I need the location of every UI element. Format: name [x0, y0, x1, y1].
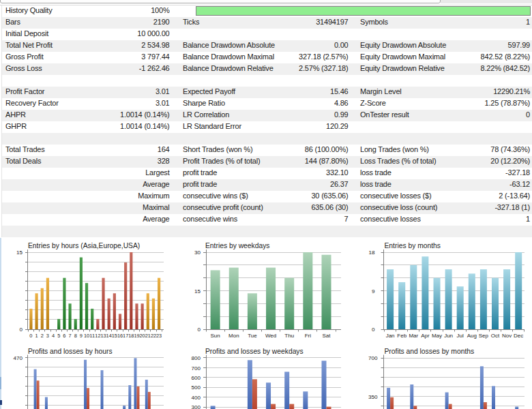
svg-text:Profits and losses by weekdays: Profits and losses by weekdays — [205, 348, 304, 355]
svg-text:Sun: Sun — [210, 333, 220, 339]
svg-text:9: 9 — [80, 333, 83, 339]
svg-text:18: 18 — [368, 249, 375, 256]
svg-text:14: 14 — [106, 333, 112, 339]
svg-text:470: 470 — [13, 355, 23, 361]
svg-text:Apr: Apr — [421, 333, 430, 339]
svg-text:9: 9 — [372, 288, 375, 294]
svg-text:15: 15 — [16, 249, 23, 256]
svg-text:23: 23 — [156, 333, 162, 339]
svg-text:11: 11 — [89, 333, 95, 339]
svg-text:Tue: Tue — [248, 333, 257, 339]
svg-text:350: 350 — [368, 394, 378, 400]
svg-text:Fri: Fri — [305, 333, 312, 339]
svg-text:Thu: Thu — [284, 333, 294, 339]
svg-text:7: 7 — [69, 333, 72, 339]
svg-text:13: 13 — [100, 333, 106, 339]
svg-text:Aug: Aug — [467, 333, 477, 339]
svg-text:30: 30 — [194, 249, 201, 256]
svg-text:Wed: Wed — [265, 333, 276, 339]
svg-text:700: 700 — [191, 365, 201, 372]
svg-text:15: 15 — [194, 288, 201, 294]
svg-text:Jun: Jun — [444, 333, 453, 339]
svg-text:Mon: Mon — [228, 333, 239, 339]
svg-text:Sat: Sat — [322, 333, 331, 339]
svg-text:20: 20 — [139, 333, 145, 339]
svg-text:May: May — [432, 333, 442, 339]
svg-text:Sep: Sep — [479, 333, 489, 339]
svg-text:1: 1 — [35, 333, 38, 339]
svg-text:21: 21 — [145, 333, 151, 339]
svg-text:6: 6 — [63, 333, 65, 339]
svg-text:Feb: Feb — [397, 333, 407, 339]
svg-text:10: 10 — [84, 333, 89, 339]
svg-text:0: 0 — [372, 327, 375, 333]
svg-text:15: 15 — [112, 333, 117, 339]
svg-text:800: 800 — [191, 355, 201, 361]
svg-text:300: 300 — [191, 404, 201, 409]
svg-text:700: 700 — [368, 355, 378, 361]
svg-text:0: 0 — [19, 327, 23, 333]
svg-text:19: 19 — [134, 333, 139, 339]
svg-text:0: 0 — [197, 327, 201, 333]
svg-text:5: 5 — [57, 333, 60, 339]
svg-text:Profits and losses by months: Profits and losses by months — [385, 348, 475, 355]
svg-text:500: 500 — [191, 384, 201, 391]
svg-text:3: 3 — [46, 333, 49, 339]
svg-text:400: 400 — [191, 395, 201, 401]
svg-text:Entries by hours (Asia,Europe,: Entries by hours (Asia,Europe,USA) — [28, 242, 140, 249]
svg-text:22: 22 — [151, 333, 156, 339]
svg-text:Entries by months: Entries by months — [385, 242, 441, 249]
svg-text:Dec: Dec — [514, 333, 523, 339]
svg-text:2: 2 — [41, 333, 44, 339]
svg-text:0: 0 — [29, 333, 32, 339]
svg-text:18: 18 — [128, 333, 134, 339]
svg-text:16: 16 — [117, 333, 123, 339]
svg-text:Nov: Nov — [502, 333, 512, 339]
svg-text:8: 8 — [74, 333, 77, 339]
svg-text:Jan: Jan — [386, 333, 395, 339]
svg-text:Oct: Oct — [491, 333, 500, 339]
svg-text:17: 17 — [123, 333, 128, 339]
svg-text:600: 600 — [191, 375, 201, 381]
svg-text:12: 12 — [95, 333, 100, 339]
svg-text:4: 4 — [52, 333, 55, 339]
svg-text:Jul: Jul — [457, 333, 464, 339]
svg-text:Mar: Mar — [409, 333, 418, 339]
svg-text:Entries by weekdays: Entries by weekdays — [205, 242, 269, 249]
svg-text:Profits and losses by hours: Profits and losses by hours — [28, 348, 113, 355]
